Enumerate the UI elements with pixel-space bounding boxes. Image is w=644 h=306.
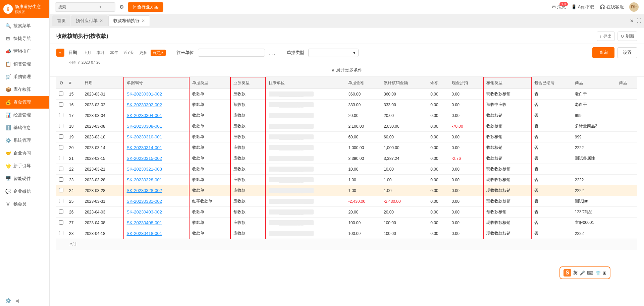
topbar-search-input[interactable] bbox=[58, 5, 98, 9]
td-check[interactable] bbox=[56, 142, 66, 153]
counterpart-input[interactable] bbox=[198, 49, 265, 57]
td-product2 bbox=[616, 132, 637, 142]
date-custom-btn[interactable]: 自定义 bbox=[151, 50, 166, 56]
sidebar-item-finance[interactable]: 💰 资金管理 bbox=[0, 96, 49, 109]
td-check[interactable] bbox=[56, 196, 66, 207]
row-checkbox[interactable] bbox=[59, 102, 63, 107]
doc-no-link[interactable]: SK-20230418-001 bbox=[127, 231, 162, 236]
sidebar-item-wechat[interactable]: 💬 企业微信 bbox=[0, 185, 49, 198]
td-check[interactable] bbox=[56, 121, 66, 132]
row-checkbox[interactable] bbox=[59, 209, 63, 214]
sidebar-item-marketing[interactable]: 📣 营销推广 bbox=[0, 45, 49, 58]
sidebar-collapse-icon[interactable]: ◀ bbox=[15, 298, 19, 303]
topbar-gear-icon[interactable]: ⚙ bbox=[119, 4, 124, 10]
search-chevron-icon[interactable]: ▾ bbox=[100, 5, 102, 9]
sidebar-item-quicknav[interactable]: ⊞ 快捷导航 bbox=[0, 32, 49, 45]
doc-no-link[interactable]: SK-20230302-002 bbox=[127, 102, 162, 107]
sidebar-item-system[interactable]: ⚙️ 系统管理 bbox=[0, 134, 49, 147]
row-checkbox[interactable] bbox=[59, 177, 63, 182]
td-check[interactable] bbox=[56, 185, 66, 196]
row-checkbox[interactable] bbox=[59, 199, 63, 203]
tab-prepay[interactable]: 预付应付单 ✕ bbox=[71, 15, 108, 26]
td-check[interactable] bbox=[56, 100, 66, 110]
doc-no-link[interactable]: SK-20230331-002 bbox=[127, 199, 162, 204]
td-cash-discount: 0.00 bbox=[449, 175, 484, 185]
sidebar-item-search[interactable]: 🔍 搜索菜单 bbox=[0, 19, 49, 32]
tab-prepay-close[interactable]: ✕ bbox=[100, 18, 103, 23]
filter-expand-btn[interactable]: » bbox=[56, 49, 64, 57]
export-btn[interactable]: ↑ 导出 bbox=[597, 32, 615, 41]
sidebar-item-guide[interactable]: 🌟 新手引导 bbox=[0, 160, 49, 172]
tab-receipt-cancel[interactable]: 收款核销执行 ✕ bbox=[108, 15, 150, 26]
date-btn-7days[interactable]: 近7天 bbox=[121, 49, 136, 56]
sidebar-item-sales[interactable]: 📋 销售管理 bbox=[0, 58, 49, 70]
tab-home[interactable]: 首页 bbox=[52, 15, 70, 26]
doc-no-link[interactable]: SK-20230308-001 bbox=[127, 124, 162, 129]
sidebar-item-inventory[interactable]: 📦 库存核算 bbox=[0, 83, 49, 96]
td-check[interactable] bbox=[56, 164, 66, 175]
doc-no-link[interactable]: SK-20230304-001 bbox=[127, 113, 162, 118]
row-checkbox[interactable] bbox=[59, 220, 63, 225]
sidebar-item-member[interactable]: V 畅会员 bbox=[0, 198, 49, 210]
sidebar-item-operations[interactable]: 📊 经营管理 bbox=[0, 109, 49, 121]
doc-no-link[interactable]: SK-20230408-001 bbox=[127, 220, 162, 225]
industry-btn[interactable]: 体验行业方案 bbox=[128, 2, 163, 12]
row-checkbox[interactable] bbox=[59, 167, 63, 171]
td-counterpart: ████████ bbox=[266, 175, 345, 185]
row-checkbox[interactable] bbox=[59, 231, 63, 235]
topbar-online-service[interactable]: 🎧 在线客服 bbox=[600, 4, 624, 10]
row-checkbox[interactable] bbox=[59, 145, 63, 149]
date-btn-this-month[interactable]: 本月 bbox=[95, 49, 107, 56]
doc-no-link[interactable]: SK-20230301-002 bbox=[127, 91, 162, 97]
tab-fullscreen-icon[interactable]: ⛶ bbox=[637, 18, 641, 23]
date-btn-this-year[interactable]: 本年 bbox=[108, 49, 120, 56]
expand-more-btn[interactable]: ∨ 展开更多条件 bbox=[331, 67, 362, 73]
td-check[interactable] bbox=[56, 218, 66, 228]
tab-close-all-icon[interactable]: ✕ bbox=[630, 18, 634, 23]
query-btn[interactable]: 查询 bbox=[592, 47, 614, 58]
td-biz-type: 预收款 bbox=[230, 207, 265, 218]
doc-no-link[interactable]: SK-20230310-001 bbox=[127, 134, 162, 139]
filter-dots[interactable]: ... bbox=[269, 49, 276, 56]
td-cash-discount: 0.00 bbox=[449, 110, 484, 121]
td-check[interactable] bbox=[56, 153, 66, 164]
row-checkbox[interactable] bbox=[59, 188, 63, 192]
refresh-btn[interactable]: ↻ 刷新 bbox=[618, 32, 637, 41]
td-date: 2023-03-15 bbox=[82, 153, 123, 164]
doc-no-link[interactable]: SK-20230321-003 bbox=[127, 167, 162, 172]
doc-type-select[interactable]: ▾ bbox=[308, 49, 359, 57]
date-btn-last-month[interactable]: 上月 bbox=[81, 49, 93, 56]
row-checkbox[interactable] bbox=[59, 113, 63, 117]
column-settings-icon[interactable]: ⚙ bbox=[59, 80, 63, 85]
topbar-app-download[interactable]: 📱 App下载 bbox=[571, 4, 594, 10]
sidebar-item-enterprise[interactable]: 🤝 企业协同 bbox=[0, 147, 49, 160]
row-checkbox[interactable] bbox=[59, 156, 63, 160]
td-amount: 1.00 bbox=[345, 175, 381, 185]
row-checkbox[interactable] bbox=[59, 124, 63, 128]
td-cancel-type: 收款核销 bbox=[483, 142, 531, 153]
td-check[interactable] bbox=[56, 110, 66, 121]
doc-no-link[interactable]: SK-20230328-001 bbox=[127, 177, 162, 182]
td-check[interactable] bbox=[56, 132, 66, 142]
setting-btn[interactable]: 设置 bbox=[617, 47, 637, 58]
user-avatar[interactable]: Rit bbox=[629, 2, 639, 12]
td-check[interactable] bbox=[56, 175, 66, 185]
doc-no-link[interactable]: SK-20230315-002 bbox=[127, 156, 162, 161]
doc-no-link[interactable]: SK-20230314-001 bbox=[127, 145, 162, 150]
td-check[interactable] bbox=[56, 89, 66, 100]
td-amount: 100.00 bbox=[345, 218, 381, 228]
row-checkbox[interactable] bbox=[59, 91, 63, 96]
td-check[interactable] bbox=[56, 228, 66, 239]
date-btn-more[interactable]: 更多 bbox=[137, 49, 149, 56]
doc-no-link[interactable]: SK-20230403-002 bbox=[127, 209, 162, 215]
topbar-messages[interactable]: ✉ 消息 99+ bbox=[552, 4, 566, 10]
sidebar-item-basic[interactable]: ℹ️ 基础信息 bbox=[0, 121, 49, 134]
sidebar-item-hardware[interactable]: 🖥️ 智能硬件 bbox=[0, 172, 49, 185]
th-settings[interactable]: ⚙ bbox=[56, 77, 66, 89]
td-check[interactable] bbox=[56, 207, 66, 218]
sidebar-settings-icon[interactable]: ⚙️ bbox=[5, 298, 11, 303]
row-checkbox[interactable] bbox=[59, 134, 63, 139]
tab-receipt-cancel-close[interactable]: ✕ bbox=[142, 18, 145, 23]
sidebar-item-purchase[interactable]: 🛒 采购管理 bbox=[0, 70, 49, 83]
doc-no-link[interactable]: SK-20230328-002 bbox=[127, 188, 162, 193]
